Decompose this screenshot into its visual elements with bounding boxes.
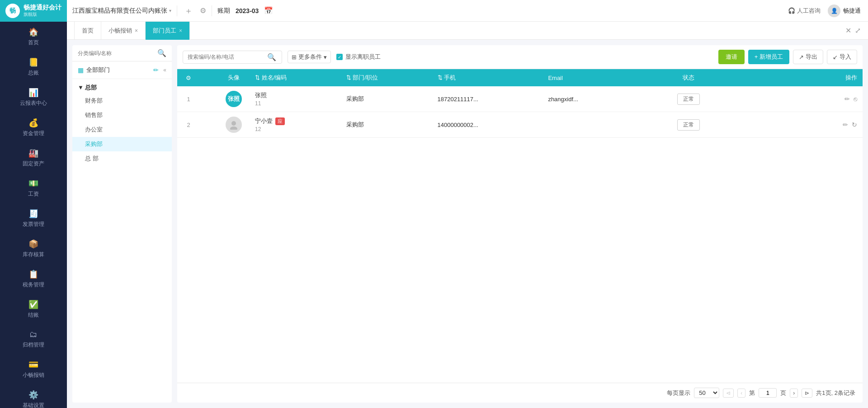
divider2 — [212, 5, 212, 16]
tab-home[interactable]: 首页 — [74, 22, 101, 40]
filter-button[interactable]: ⊞ 更多条件 ▾ — [288, 51, 331, 63]
collapse-icon[interactable]: « — [163, 67, 166, 73]
sidebar: 🏠 首页 📒 总账 📊 云报表中心 💰 资金管理 🏭 固定资产 💵 工资 🧾 发… — [0, 22, 67, 408]
tab-expense-close[interactable]: × — [135, 28, 138, 34]
first-page-button[interactable]: ⊲ — [723, 389, 734, 398]
sidebar-item-label: 税务管理 — [23, 281, 44, 289]
employee-table: ⚙ 头像 ⇅ 姓名/编码 ⇅ 部门/职位 ⇅ 手机 Email 状态 操作 — [177, 69, 863, 383]
edit-dept-icon[interactable]: ✏ — [153, 66, 159, 74]
sidebar-item-funds[interactable]: 💰 资金管理 — [0, 113, 67, 143]
add-button[interactable]: ＋ — [183, 5, 194, 16]
edit-icon-1[interactable]: ✏ — [844, 95, 850, 103]
employee-search-input[interactable] — [188, 54, 264, 60]
service-label: 人工咨询 — [797, 7, 821, 15]
dept-item-finance[interactable]: 财务部 — [72, 94, 172, 108]
employee-toolbar: 🔍 ⊞ 更多条件 ▾ ✓ 显示离职员工 邀请 + 新增员工 — [177, 45, 863, 69]
cell-num-seq-2 — [200, 112, 218, 138]
col-settings[interactable]: ⚙ — [177, 69, 200, 86]
sidebar-item-settle[interactable]: ✅ 结账 — [0, 294, 67, 324]
export-label: 导出 — [806, 53, 817, 61]
divider — [177, 5, 177, 16]
sidebar-item-reports[interactable]: 📊 云报表中心 — [0, 82, 67, 113]
col-name-code[interactable]: ⇅ 姓名/编码 — [250, 69, 341, 86]
dept-tree: ▼ 总部 财务部 销售部 办公室 采购部 总 部 — [72, 79, 172, 168]
tab-dept-emp[interactable]: 部门员工 × — [146, 22, 190, 40]
export-button[interactable]: ↗ 导出 — [793, 50, 823, 64]
sidebar-item-archive[interactable]: 🗂 归档管理 — [0, 324, 67, 354]
logo-text-group: 畅捷通好会计 旗舰版 — [24, 4, 61, 18]
dept-search-icon[interactable]: 🔍 — [157, 49, 166, 57]
settings-icon[interactable]: ⚙ — [200, 6, 206, 15]
action-btns-2: ✏ ↻ — [752, 121, 857, 128]
user-area[interactable]: 👤 畅捷通 — [828, 5, 861, 17]
cell-actions-1: ✏ ⎋ — [746, 86, 863, 112]
headset-icon: 🎧 — [788, 7, 795, 14]
tab-dept-emp-close[interactable]: × — [179, 28, 182, 34]
cell-email-2 — [542, 112, 630, 138]
sidebar-item-settings[interactable]: ⚙️ 基础设置 — [0, 385, 67, 408]
company-selector[interactable]: 江西服宝精品有限责任公司内账张 ▾ — [72, 7, 171, 15]
dept-group-root[interactable]: ▼ 总部 — [72, 81, 172, 94]
tab-bar: 首页 小畅报销 × 部门员工 × ✕ ⤢ — [67, 22, 868, 40]
cell-phone-1: 18720211117... — [432, 86, 543, 112]
dept-item-office[interactable]: 办公室 — [72, 122, 172, 137]
service-button[interactable]: 🎧 人工咨询 — [788, 7, 821, 15]
name-badge-group: 宁小壹 应 — [255, 117, 335, 125]
badge-should-pay: 应 — [275, 117, 285, 125]
tab-close-button[interactable]: ✕ — [845, 26, 851, 35]
add-employee-button[interactable]: + 新增员工 — [748, 50, 789, 64]
import-button[interactable]: ↙ 导入 — [827, 50, 857, 64]
cell-name-1: 张照 11 — [250, 86, 341, 112]
cell-num-seq-1 — [200, 86, 218, 112]
sidebar-item-tax[interactable]: 📋 税务管理 — [0, 264, 67, 294]
sidebar-item-inventory[interactable]: 📦 库存核算 — [0, 234, 67, 264]
dept-item-purchase[interactable]: 采购部 — [72, 137, 172, 151]
sidebar-item-label: 云报表中心 — [20, 99, 47, 107]
dept-item-sales[interactable]: 销售部 — [72, 108, 172, 122]
import-icon: ↙ — [833, 54, 838, 61]
page-unit: 页 — [780, 389, 786, 397]
col-dept-pos[interactable]: ⇅ 部门/职位 — [341, 69, 432, 86]
name-code-group-2: 宁小壹 应 12 — [255, 117, 335, 132]
sidebar-item-home[interactable]: 🏠 首页 — [0, 22, 67, 52]
company-name-text: 江西服宝精品有限责任公司内账张 — [72, 7, 167, 15]
page-number-input[interactable] — [759, 388, 777, 398]
last-page-button[interactable]: ⊳ — [802, 389, 812, 398]
tab-right-actions: ✕ ⤢ — [845, 26, 861, 35]
next-page-button[interactable]: › — [790, 389, 798, 398]
sidebar-item-ledger[interactable]: 📒 总账 — [0, 52, 67, 82]
dept-item-hq[interactable]: 总 部 — [72, 151, 172, 166]
content-area: 首页 小畅报销 × 部门员工 × ✕ ⤢ 🔍 — [67, 22, 868, 408]
invite-button[interactable]: 邀请 — [718, 50, 745, 64]
calendar-icon[interactable]: 📅 — [264, 6, 273, 15]
settings-sidebar-icon: ⚙️ — [28, 390, 38, 400]
status-badge-1: 正常 — [677, 94, 700, 105]
edit-icon-2[interactable]: ✏ — [843, 121, 848, 128]
sidebar-item-salary[interactable]: 💵 工资 — [0, 173, 67, 203]
sidebar-item-assets[interactable]: 🏭 固定资产 — [0, 143, 67, 173]
refresh-icon-2[interactable]: ↻ — [852, 121, 857, 128]
show-resigned-toggle[interactable]: ✓ 显示离职员工 — [336, 53, 381, 61]
pagination-total: 共1页, 2条记录 — [816, 389, 855, 397]
delete-icon-1[interactable]: ⎋ — [854, 95, 857, 103]
left-panel: 🔍 ▦ 全部部门 ✏ « ▼ 总部 财务部 销售部 办公室 采购部 总 部 — [72, 45, 172, 403]
cell-name-2: 宁小壹 应 12 — [250, 112, 341, 138]
search-icon[interactable]: 🔍 — [267, 53, 276, 61]
filter-label: 更多条件 — [298, 53, 322, 61]
sidebar-item-label: 资金管理 — [23, 130, 44, 137]
sidebar-item-invoice[interactable]: 🧾 发票管理 — [0, 203, 67, 234]
tab-expand-button[interactable]: ⤢ — [855, 26, 861, 35]
resigned-checkbox[interactable]: ✓ — [336, 54, 343, 60]
cell-email-1: zhangxidf... — [542, 86, 630, 112]
col-phone[interactable]: ⇅ 手机 — [432, 69, 543, 86]
page-size-select[interactable]: 50 100 200 — [694, 388, 719, 398]
dept-search-input[interactable] — [78, 50, 154, 56]
prev-page-button[interactable]: ‹ — [737, 389, 745, 398]
tab-expense[interactable]: 小畅报销 × — [101, 22, 146, 40]
sidebar-item-label: 总账 — [28, 69, 39, 77]
expense-icon: 💳 — [28, 360, 38, 370]
import-label: 导入 — [840, 53, 851, 61]
all-dept-row[interactable]: ▦ 全部部门 ✏ « — [72, 61, 172, 79]
cell-status-2: 正常 — [630, 112, 746, 138]
sidebar-item-expense[interactable]: 💳 小畅报销 — [0, 354, 67, 385]
